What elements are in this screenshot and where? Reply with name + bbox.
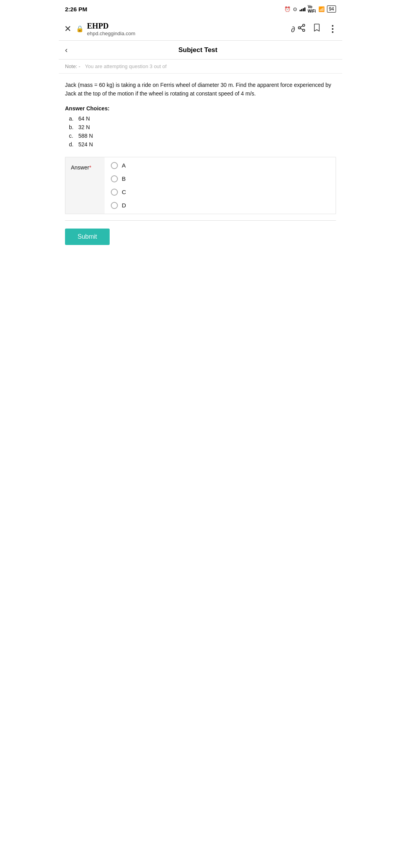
page-header: ‹ Subject Test [59, 41, 342, 59]
browser-close-button[interactable]: ✕ [64, 24, 71, 34]
required-asterisk: * [89, 164, 91, 171]
status-time: 2:26 PM [65, 6, 87, 13]
radio-option-d[interactable]: D [111, 202, 329, 209]
choice-a-letter: a. [69, 115, 75, 122]
more-options-icon[interactable]: ⋮ [328, 23, 337, 34]
choice-c-letter: c. [69, 133, 75, 139]
page-title: Subject Test [74, 46, 322, 54]
radio-option-c[interactable]: C [111, 189, 329, 196]
choice-b-value: 32 N [78, 124, 90, 130]
browser-url: ehpd.cheggindia.com [87, 31, 291, 36]
note-bar: Note: - You are attempting question 3 ou… [59, 59, 342, 74]
battery-icon: 94 [327, 5, 336, 13]
svg-line-3 [300, 28, 303, 30]
clock-icon: ⏰ [284, 6, 291, 12]
radio-label-d: D [122, 202, 126, 209]
note-label: Note: - [65, 63, 80, 69]
radio-option-a[interactable]: A [111, 162, 329, 169]
submit-area: Submit [59, 221, 342, 253]
answer-label-column: Answer* [65, 157, 105, 214]
choice-b: b. 32 N [69, 124, 336, 130]
browser-title: EHPD [87, 22, 291, 31]
answer-options-column: A B C D [105, 157, 336, 214]
radio-circle-b [111, 175, 118, 182]
answer-label: Answer [71, 164, 89, 171]
browser-url-block: EHPD ehpd.cheggindia.com [87, 22, 291, 36]
answer-section: Answer* A B C D [65, 157, 336, 214]
wifi-icon: 📶 [318, 6, 325, 12]
svg-line-4 [300, 26, 303, 27]
question-area: Jack (mass = 60 kg) is taking a ride on … [59, 74, 342, 220]
radio-label-a: A [122, 162, 126, 169]
choice-d-value: 524 N [78, 141, 93, 148]
browser-actions: ∂ ⋮ [291, 23, 337, 34]
radio-circle-c [111, 189, 118, 196]
choice-d: d. 524 N [69, 141, 336, 148]
wifi-label: VoWiFi [308, 5, 316, 13]
radio-option-b[interactable]: B [111, 175, 329, 182]
lock-icon: 🔒 [76, 25, 84, 32]
opera-icon: ⊙ [293, 6, 297, 12]
submit-button[interactable]: Submit [65, 229, 110, 245]
choice-d-letter: d. [69, 141, 75, 148]
note-text: You are attempting question 3 out of [85, 63, 166, 69]
choice-b-letter: b. [69, 124, 75, 130]
radio-circle-d [111, 202, 118, 209]
radio-label-b: B [122, 175, 126, 182]
radio-label-c: C [122, 189, 126, 195]
choices-list: a. 64 N b. 32 N c. 588 N d. 524 N [65, 115, 336, 148]
share-icon[interactable]: ∂ [291, 23, 306, 34]
back-button[interactable]: ‹ [65, 45, 68, 54]
bookmark-icon[interactable] [313, 23, 321, 34]
signal-bars [300, 7, 305, 11]
choice-c: c. 588 N [69, 133, 336, 139]
status-bar: 2:26 PM ⏰ ⊙ VoWiFi 📶 94 [59, 0, 342, 17]
status-icons: ⏰ ⊙ VoWiFi 📶 94 [284, 5, 336, 13]
battery-percent: 94 [329, 6, 334, 12]
choice-a-value: 64 N [78, 115, 90, 122]
browser-bar: ✕ 🔒 EHPD ehpd.cheggindia.com ∂ ⋮ [59, 17, 342, 41]
radio-circle-a [111, 162, 118, 169]
choice-a: a. 64 N [69, 115, 336, 122]
answer-choices-title: Answer Choices: [65, 105, 336, 112]
choice-c-value: 588 N [78, 133, 93, 139]
question-text: Jack (mass = 60 kg) is taking a ride on … [65, 81, 336, 98]
